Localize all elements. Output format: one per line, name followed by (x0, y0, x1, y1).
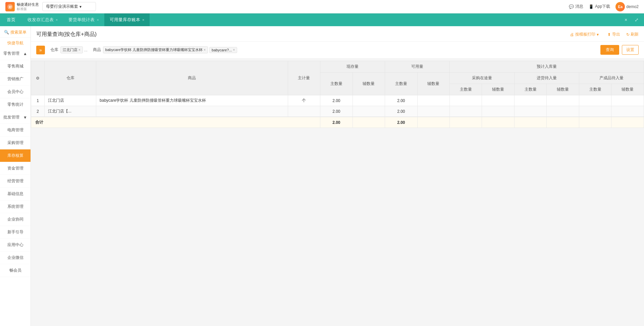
product-tag2-close[interactable]: × (233, 48, 235, 52)
tab-close-all-btn[interactable]: × (621, 15, 631, 25)
filter-actions-right: 查询 设置 (600, 45, 639, 55)
sidebar-item-finance[interactable]: 资金管理 (0, 162, 31, 175)
col-avail-aux-header: 辅数量 (417, 73, 449, 95)
sidebar-item-retail-stats[interactable]: 零售统计 (0, 98, 31, 111)
sidebar-search[interactable]: 🔍 搜索菜单 (0, 26, 31, 38)
content-area: 可用量查询(按仓库+商品) 🖨 按模板打印 ▾ ⬆ 导出 ↻ 刷新 (31, 26, 644, 326)
sidebar-item-system[interactable]: 系统管理 (0, 200, 31, 213)
tab-available-inventory[interactable]: 可用量库存账本 × (104, 13, 150, 26)
table-area: ⚙ 仓库 商品 主计量 现存量 可用量 预计入库量 主数量 辅数量 主数量 (31, 61, 644, 128)
top-header: 好 畅捷通好生意 标准版 母婴行业演示账套 ▾ 💬 消息 📱 App下载 Ea … (0, 0, 644, 13)
header-right: 💬 消息 📱 App下载 Ea demo2 (569, 2, 639, 11)
refresh-icon: ↻ (626, 32, 630, 37)
chevron-down-icon: ▾ (597, 32, 599, 37)
footer-avail-aux (417, 117, 449, 128)
tab-close-receipt[interactable]: × (56, 18, 58, 22)
sidebar-item-retail-mall[interactable]: 零售商城 (0, 60, 31, 73)
sidebar-item-enterprise-collab[interactable]: 企业协同 (0, 213, 31, 226)
col-product-header: 商品 (96, 61, 288, 95)
sidebar-item-inventory[interactable]: 库存核算 (0, 149, 31, 162)
warehouse-tag-group: 江北门店 × ... (60, 46, 88, 53)
sidebar-item-retail-mgmt[interactable]: 零售管理 ▲ (0, 47, 31, 60)
industry-select[interactable]: 母婴行业演示账套 ▾ (42, 2, 96, 11)
footer-avail-main: 2.00 (385, 117, 417, 128)
sidebar-item-wholesale-mgmt[interactable]: 批发管理 ▼ (0, 111, 31, 124)
footer-production-main (579, 117, 611, 128)
product-tag1-close[interactable]: × (204, 48, 206, 52)
logo-icon: 好 (5, 2, 15, 11)
footer-stock-aux (353, 117, 385, 128)
col-stock-main-header: 主数量 (320, 73, 353, 95)
filter-bar: » 仓库 江北门店 × ... 商品 babycare (31, 41, 644, 58)
tab-order-stats[interactable]: 要货单统计表 × (63, 13, 104, 26)
app-download-action[interactable]: 📱 App下载 (589, 4, 610, 9)
page-header-actions: 🖨 按模板打印 ▾ ⬆ 导出 ↻ 刷新 (567, 30, 639, 39)
col-purchase-transit-header: 采购在途量 (450, 73, 515, 84)
sidebar-item-operations[interactable]: 经营管理 (0, 175, 31, 188)
col-settings[interactable]: ⚙ (31, 61, 45, 95)
arrow-icon: ▼ (23, 115, 27, 120)
sidebar-item-app-center[interactable]: 应用中心 (0, 239, 31, 251)
product-tag-2[interactable]: babycare?... × (209, 47, 237, 53)
col-production-main-header: 主数量 (579, 84, 611, 95)
page-header: 可用量查询(按仓库+商品) 🖨 按模板打印 ▾ ⬆ 导出 ↻ 刷新 (31, 26, 644, 41)
footer-incoming-main (514, 117, 546, 128)
col-main-unit-header: 主计量 (288, 61, 320, 95)
sidebar-item-member[interactable]: 畅会员 (0, 264, 31, 277)
user-action[interactable]: Ea demo2 (615, 2, 639, 11)
tab-receipt-summary[interactable]: 收发存汇总表 × (22, 13, 63, 26)
print-btn[interactable]: 🖨 按模板打印 ▾ (567, 30, 601, 39)
col-forecast-header: 预计入库量 (450, 61, 644, 73)
footer-incoming-aux (547, 117, 579, 128)
footer-purchase-main (450, 117, 482, 128)
tab-bar-right: × ⤢ (621, 15, 644, 25)
tab-close-order[interactable]: × (97, 18, 99, 22)
page-title: 可用量查询(按仓库+商品) (36, 31, 97, 38)
tab-home[interactable]: 首页 (0, 13, 22, 26)
sidebar-item-enterprise-wechat[interactable]: 企业微信 (0, 251, 31, 264)
page-container: 可用量查询(按仓库+商品) 🖨 按模板打印 ▾ ⬆ 导出 ↻ 刷新 (31, 26, 644, 326)
tab-bar: 首页 收发存汇总表 × 要货单统计表 × 可用量库存账本 × × ⤢ (0, 13, 644, 26)
print-icon: 🖨 (570, 32, 574, 37)
footer-stock-main: 2.00 (320, 117, 353, 128)
tab-close-available[interactable]: × (142, 18, 144, 22)
product-tag-group: babycare学饮杯 儿童防摔防撞吸管杯重力球吸嘴杯宝宝水杯 × babyca… (103, 46, 237, 53)
phone-icon: 📱 (589, 4, 594, 9)
setting-btn[interactable]: 设置 (622, 45, 639, 55)
warehouse-tag[interactable]: 江北门店 × (60, 46, 83, 53)
message-action[interactable]: 💬 消息 (569, 4, 583, 9)
sidebar-item-new-guide[interactable]: 新手引导 (0, 226, 31, 239)
product-tag-1[interactable]: babycare学饮杯 儿童防摔防撞吸管杯重力球吸嘴杯宝宝水杯 × (103, 46, 208, 53)
col-available-header: 可用量 (385, 61, 450, 73)
export-btn[interactable]: ⬆ 导出 (605, 30, 623, 39)
logo-text: 畅捷通好生意 标准版 (17, 2, 39, 11)
table-footer-row: 合计 2.00 2.00 (31, 117, 644, 128)
sidebar-item-ecommerce[interactable]: 电商管理 (0, 124, 31, 137)
query-btn[interactable]: 查询 (600, 45, 619, 55)
main-layout: 🔍 搜索菜单 快捷导航 零售管理 ▲ 零售商城 营销推广 会员中心 零售统计 批… (0, 26, 644, 326)
warehouse-more-btn[interactable]: ... (84, 48, 88, 52)
sidebar-item-marketing[interactable]: 营销推广 (0, 73, 31, 86)
header-left: 好 畅捷通好生意 标准版 母婴行业演示账套 ▾ (5, 2, 96, 11)
avatar: Ea (615, 2, 625, 11)
footer-production-aux (611, 117, 644, 128)
footer-label: 合计 (31, 117, 320, 128)
col-avail-main-header: 主数量 (385, 73, 417, 95)
sidebar-quick-nav[interactable]: 快捷导航 (0, 38, 31, 47)
sidebar-item-purchase[interactable]: 采购管理 (0, 137, 31, 149)
col-warehouse-header: 仓库 (45, 61, 96, 95)
col-purchase-main-header: 主数量 (450, 84, 482, 95)
logo-area: 好 畅捷通好生意 标准版 (5, 2, 39, 11)
export-icon: ⬆ (607, 32, 611, 37)
sidebar-item-member-center[interactable]: 会员中心 (0, 86, 31, 98)
refresh-btn[interactable]: ↻ 刷新 (626, 32, 639, 37)
warehouse-tag-close[interactable]: × (78, 48, 80, 52)
filter-expand-btn[interactable]: » (36, 46, 45, 54)
col-production-header: 产成品待入量 (579, 73, 644, 84)
inventory-table: ⚙ 仓库 商品 主计量 现存量 可用量 预计入库量 主数量 辅数量 主数量 (31, 61, 644, 128)
col-incoming-header: 进货待入量 (514, 73, 579, 84)
col-production-aux-header: 辅数量 (611, 84, 644, 95)
tab-maximize-btn[interactable]: ⤢ (632, 15, 641, 25)
col-current-stock-header: 现存量 (320, 61, 385, 73)
sidebar-item-basic-info[interactable]: 基础信息 (0, 188, 31, 200)
